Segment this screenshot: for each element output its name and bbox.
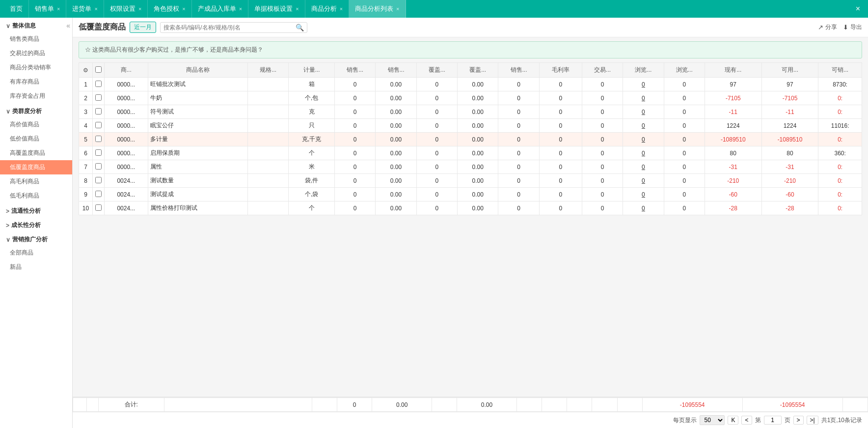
sidebar-item-low-coverage[interactable]: 低覆盖度商品 xyxy=(0,160,72,174)
sidebar-item-stock-goods[interactable]: 有库存商品 xyxy=(0,75,72,89)
row-select-checkbox[interactable] xyxy=(95,163,102,170)
col-sales-qty[interactable]: 销售... xyxy=(335,63,376,78)
select-all-checkbox[interactable] xyxy=(95,66,102,73)
close-permission-tab[interactable]: × xyxy=(138,6,141,12)
close-all-tabs[interactable]: × xyxy=(852,4,864,13)
sidebar-item-capital[interactable]: 库存资金占用 xyxy=(0,89,72,103)
col-spec[interactable]: 规格... xyxy=(247,63,288,78)
sidebar-section-liquidity[interactable]: > 流通性分析 xyxy=(0,203,72,217)
sidebar-item-high-profit[interactable]: 高毛利商品 xyxy=(0,174,72,189)
sidebar-section-growth[interactable]: > 成长性分析 xyxy=(0,217,72,231)
row-select-checkbox[interactable] xyxy=(95,177,102,183)
table-container[interactable]: ⚙ 商... 商品名称 规格... 计量... 销售... 销售... 覆盖..… xyxy=(73,62,868,397)
nav-tab-role[interactable]: 角色授权 × xyxy=(148,0,191,18)
row-checkbox[interactable] xyxy=(93,188,105,201)
search-input[interactable] xyxy=(163,24,294,31)
section-arrow-marketing: ∨ xyxy=(6,236,10,243)
row-checkbox[interactable] xyxy=(93,146,105,160)
col-settings[interactable]: ⚙ xyxy=(79,63,93,78)
nav-tab-purchase[interactable]: 进货单 × xyxy=(66,0,104,18)
col-unit[interactable]: 计量... xyxy=(289,63,335,78)
nav-tab-template[interactable]: 单据模板设置 × xyxy=(248,0,305,18)
col-gross[interactable]: 毛利率 xyxy=(539,63,582,78)
nav-tab-sales[interactable]: 销售单 × xyxy=(29,0,66,18)
sidebar-section-cluster[interactable]: ∨ 类群度分析 xyxy=(0,103,72,117)
sidebar-item-sales-goods[interactable]: 销售类商品 xyxy=(0,32,72,46)
col-checkbox[interactable] xyxy=(93,63,105,78)
close-analysis-list-tab[interactable]: × xyxy=(396,6,399,12)
row-browse1[interactable]: 0 xyxy=(623,188,664,201)
close-sales-tab[interactable]: × xyxy=(57,6,60,12)
col-trans[interactable]: 交易... xyxy=(582,63,623,78)
col-sales-amt[interactable]: 销售... xyxy=(376,63,416,78)
sidebar-section-marketing[interactable]: ∨ 营销推广分析 xyxy=(0,231,72,246)
row-browse1[interactable]: 0 xyxy=(623,78,664,91)
close-product-in-tab[interactable]: × xyxy=(239,6,242,12)
sidebar-item-all-goods[interactable]: 全部商品 xyxy=(0,246,72,260)
next-page-btn[interactable]: > xyxy=(793,416,804,425)
sidebar-item-low-profit[interactable]: 低毛利商品 xyxy=(0,189,72,203)
sidebar-collapse-btn[interactable]: « xyxy=(66,22,70,29)
row-checkbox[interactable] xyxy=(93,91,105,105)
col-name[interactable]: 商品名称 xyxy=(148,63,247,78)
sidebar-item-high-coverage[interactable]: 高覆盖度商品 xyxy=(0,146,72,160)
row-browse1[interactable]: 0 xyxy=(623,174,664,188)
col-code[interactable]: 商... xyxy=(105,63,148,78)
last-page-btn[interactable]: >| xyxy=(807,416,818,425)
row-checkbox[interactable] xyxy=(93,78,105,91)
row-checkbox[interactable] xyxy=(93,133,105,146)
sidebar-item-high-value[interactable]: 高价值商品 xyxy=(0,117,72,132)
settings-icon[interactable]: ⚙ xyxy=(83,67,88,74)
row-browse1[interactable]: 0 xyxy=(623,91,664,105)
row-checkbox[interactable] xyxy=(93,174,105,188)
sidebar-item-category-rate[interactable]: 商品分类动销率 xyxy=(0,60,72,75)
col-sal[interactable]: 可销... xyxy=(818,63,862,78)
col-cov1[interactable]: 覆盖... xyxy=(416,63,457,78)
close-analysis-tab[interactable]: × xyxy=(340,6,343,12)
row-select-checkbox[interactable] xyxy=(95,136,102,142)
row-checkbox[interactable] xyxy=(93,119,105,133)
row-browse1[interactable]: 0 xyxy=(623,146,664,160)
row-select-checkbox[interactable] xyxy=(95,204,102,211)
share-btn[interactable]: ↗ 分享 xyxy=(818,23,837,31)
nav-tab-analysis-list[interactable]: 商品分析列表 × xyxy=(349,0,406,18)
row-select-checkbox[interactable] xyxy=(95,108,102,114)
first-page-btn[interactable]: K xyxy=(728,416,738,425)
nav-tab-product-in[interactable]: 产成品入库单 × xyxy=(192,0,248,18)
page-size-select[interactable]: 50 20 100 xyxy=(700,415,725,425)
page-input[interactable] xyxy=(764,416,782,425)
nav-tab-permission[interactable]: 权限设置 × xyxy=(104,0,148,18)
filter-month-btn[interactable]: 近一月 xyxy=(130,22,156,33)
row-browse1[interactable]: 0 xyxy=(623,133,664,146)
col-sales-t[interactable]: 销售... xyxy=(498,63,539,78)
row-select-checkbox[interactable] xyxy=(95,122,102,128)
col-curr[interactable]: 现有... xyxy=(705,63,761,78)
sidebar-section-overview[interactable]: ∨ 整体信息 xyxy=(0,18,72,32)
row-browse1[interactable]: 0 xyxy=(623,160,664,174)
close-template-tab[interactable]: × xyxy=(296,6,298,12)
row-checkbox[interactable] xyxy=(93,105,105,119)
sidebar-item-traded-goods[interactable]: 交易过的商品 xyxy=(0,46,72,60)
col-cov2[interactable]: 覆盖... xyxy=(458,63,498,78)
sidebar-item-low-value[interactable]: 低价值商品 xyxy=(0,132,72,146)
col-avail[interactable]: 可用... xyxy=(761,63,818,78)
row-select-checkbox[interactable] xyxy=(95,149,102,156)
row-checkbox[interactable] xyxy=(93,160,105,174)
nav-tab-analysis[interactable]: 商品分析 × xyxy=(305,0,349,18)
row-select-checkbox[interactable] xyxy=(95,191,102,197)
close-role-tab[interactable]: × xyxy=(182,6,185,12)
row-browse1[interactable]: 0 xyxy=(623,105,664,119)
col-browse2[interactable]: 浏览... xyxy=(664,63,705,78)
prev-page-btn[interactable]: < xyxy=(741,416,752,425)
row-browse1[interactable]: 0 xyxy=(623,201,664,215)
sidebar-item-new-goods[interactable]: 新品 xyxy=(0,260,72,274)
row-select-checkbox[interactable] xyxy=(95,94,102,101)
search-icon[interactable]: 🔍 xyxy=(296,24,304,31)
nav-tab-home[interactable]: 首页 xyxy=(4,0,29,18)
close-purchase-tab[interactable]: × xyxy=(94,6,97,12)
row-checkbox[interactable] xyxy=(93,201,105,215)
export-btn[interactable]: ⬇ 导出 xyxy=(843,23,862,31)
col-browse1[interactable]: 浏览... xyxy=(623,63,664,78)
row-select-checkbox[interactable] xyxy=(95,81,102,87)
row-browse1[interactable]: 0 xyxy=(623,119,664,133)
